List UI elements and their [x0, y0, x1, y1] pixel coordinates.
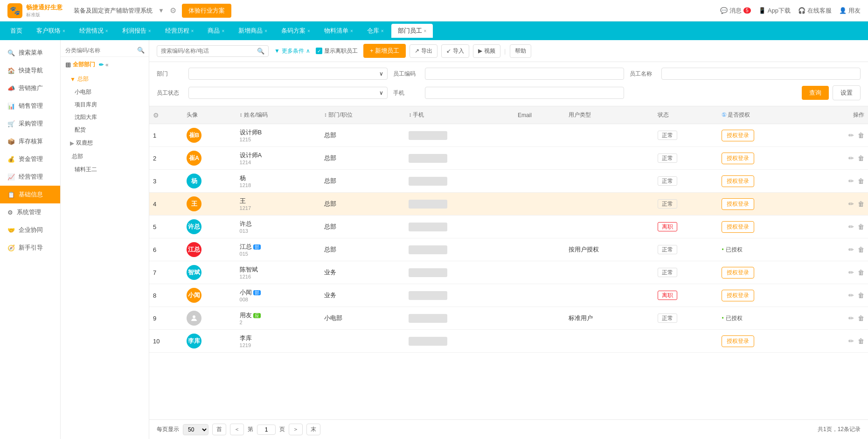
dept-tree-sub-fuzhi[interactable]: 辅料王二 — [61, 163, 149, 176]
emp-name-input[interactable] — [661, 68, 861, 80]
user-avatar[interactable]: 👤 用友 — [839, 7, 861, 15]
message-button[interactable]: 💬 消息 5 — [720, 7, 751, 15]
nav-tab-物料清单[interactable]: 物料清单 × — [318, 24, 360, 38]
app-download-button[interactable]: 📱 App下载 — [758, 7, 791, 15]
delete-icon[interactable]: 🗑 — [858, 337, 864, 345]
th-gear[interactable]: ⚙ — [149, 106, 183, 124]
auth-login-button[interactable]: 授权登录 — [722, 335, 754, 347]
collapse-icon[interactable]: « — [105, 62, 109, 68]
delete-icon[interactable]: 🗑 — [858, 223, 864, 230]
search-input[interactable] — [161, 48, 254, 54]
sidebar-item-purchase[interactable]: 🛒 采购管理 — [0, 115, 60, 132]
edit-icon[interactable]: ✏ — [848, 314, 854, 322]
sidebar-item-operations[interactable]: 📈 经营管理 — [0, 168, 60, 186]
delete-icon[interactable]: 🗑 — [858, 314, 864, 322]
nav-tab-商品[interactable]: 商品 × — [201, 24, 231, 38]
edit-icon[interactable]: ✏ — [848, 200, 854, 208]
page-size-select[interactable]: 50 20 100 — [183, 424, 208, 435]
delete-icon[interactable]: 🗑 — [858, 246, 864, 253]
next-page-button[interactable]: ＞ — [289, 424, 303, 435]
th-name[interactable]: ↕ 姓名/编码 — [236, 106, 320, 124]
dept-tree-item-shuanglu[interactable]: ▶ 双鹿想 — [61, 136, 149, 150]
edit-icon[interactable]: ✏ — [848, 269, 854, 276]
view-button[interactable]: ▶ 视频 — [473, 44, 500, 58]
close-tab-icon[interactable]: × — [222, 28, 224, 34]
search-icon-btn[interactable]: 🔍 — [257, 48, 264, 55]
dept-tree-item-zongbu2[interactable]: 总部 — [61, 150, 149, 163]
dept-all-header[interactable]: ⊞ 全部部门 ✏ « — [61, 57, 149, 72]
more-conditions-btn[interactable]: ▼ 更多条件 ∧ — [274, 47, 310, 55]
auth-login-button[interactable]: 授权登录 — [722, 198, 754, 210]
add-employee-button[interactable]: + 新增员工 — [363, 44, 406, 58]
close-tab-icon[interactable]: × — [381, 28, 384, 34]
delete-icon[interactable]: 🗑 — [858, 177, 864, 185]
edit-icon[interactable]: ✏ — [848, 337, 854, 345]
sidebar-item-inventory[interactable]: 📦 库存核算 — [0, 132, 60, 150]
delete-icon[interactable]: 🗑 — [858, 132, 864, 139]
first-page-button[interactable]: 首 — [212, 424, 226, 435]
nav-tab-条码方案[interactable]: 条码方案 × — [275, 24, 317, 38]
sidebar-item-marketing[interactable]: 📣 营销推广 — [0, 79, 60, 97]
dept-tree-sub-shenyang[interactable]: 沈阳大库 — [61, 111, 149, 124]
export-button[interactable]: ↗ 导出 — [410, 44, 437, 58]
nav-tab-利润报告[interactable]: 利润报告 × — [116, 24, 158, 38]
delete-icon[interactable]: 🗑 — [858, 200, 864, 208]
nav-tab-部门员工[interactable]: 部门员工 × — [391, 24, 433, 38]
close-tab-icon[interactable]: × — [191, 28, 194, 34]
status-select[interactable]: ∨ — [188, 87, 388, 99]
dept-tree-sub-xiaodian[interactable]: 小电部 — [61, 86, 149, 98]
edit-dept-icon[interactable]: ✏ — [99, 62, 104, 68]
nav-tab-经营情况[interactable]: 经营情况 × — [73, 24, 115, 38]
sidebar-item-cooperation[interactable]: 🤝 企业协同 — [0, 221, 60, 239]
edit-icon[interactable]: ✏ — [848, 246, 854, 253]
dept-tree-sub-project[interactable]: 项目库房 — [61, 98, 149, 111]
delete-icon[interactable]: 🗑 — [858, 292, 864, 299]
auth-login-button[interactable]: 授权登录 — [722, 175, 754, 187]
dept-search-input[interactable] — [65, 47, 135, 54]
online-service-button[interactable]: 🎧 在线客服 — [798, 7, 832, 15]
close-tab-icon[interactable]: × — [105, 28, 108, 34]
nav-tab-客户联络[interactable]: 客户联络 × — [30, 24, 72, 38]
th-phone[interactable]: ↕ 手机 — [405, 106, 514, 124]
show-resigned-toggle[interactable]: ✓ 显示离职员工 — [316, 47, 358, 55]
prev-page-button[interactable]: ＜ — [230, 424, 244, 435]
last-page-button[interactable]: 末 — [306, 424, 320, 435]
edit-icon[interactable]: ✏ — [848, 177, 854, 185]
nav-tab-首页[interactable]: 首页 — [4, 24, 29, 38]
sidebar-item-finance[interactable]: 💰 资金管理 — [0, 150, 60, 168]
auth-login-button[interactable]: 授权登录 — [722, 290, 754, 301]
close-tab-icon[interactable]: × — [62, 28, 65, 34]
dept-tree-item-zongbu[interactable]: ▼ 总部 — [61, 72, 149, 86]
delete-icon[interactable]: 🗑 — [858, 269, 864, 276]
edit-icon[interactable]: ✏ — [848, 223, 854, 230]
close-tab-icon[interactable]: × — [148, 28, 151, 34]
delete-icon[interactable]: 🗑 — [858, 154, 864, 162]
gear-icon[interactable]: ⚙ — [170, 6, 176, 15]
dept-search-icon[interactable]: 🔍 — [137, 47, 145, 54]
edit-icon[interactable]: ✏ — [848, 154, 854, 162]
phone-input[interactable] — [425, 87, 624, 99]
dept-tree-sub-peihuo[interactable]: 配货 — [61, 124, 149, 136]
sidebar-item-system[interactable]: ⚙ 系统管理 — [0, 203, 60, 221]
chevron-down-icon[interactable]: ▼ — [158, 7, 164, 14]
close-tab-icon[interactable]: × — [350, 28, 353, 34]
trial-button[interactable]: 体验行业方案 — [182, 4, 231, 18]
auth-login-button[interactable]: 授权登录 — [722, 130, 754, 141]
close-tab-icon[interactable]: × — [307, 28, 310, 34]
sidebar-item-sales[interactable]: 📊 销售管理 — [0, 97, 60, 115]
nav-tab-新增商品[interactable]: 新增商品 × — [232, 24, 274, 38]
sidebar-item-search[interactable]: 🔍 搜索菜单 — [0, 44, 60, 62]
sidebar-item-quick-nav[interactable]: 🏠 快捷导航 — [0, 62, 60, 79]
edit-icon[interactable]: ✏ — [848, 292, 854, 299]
close-tab-icon[interactable]: × — [424, 28, 427, 34]
dept-select[interactable]: ∨ — [188, 68, 388, 80]
reset-button[interactable]: 设置 — [833, 85, 861, 100]
nav-tab-经营历程[interactable]: 经营历程 × — [159, 24, 201, 38]
emp-code-input[interactable] — [425, 68, 624, 80]
sidebar-item-basic-info[interactable]: 📋 基础信息 — [0, 186, 60, 203]
auth-login-button[interactable]: 授权登录 — [722, 153, 754, 164]
sidebar-item-guide[interactable]: 🧭 新手引导 — [0, 239, 60, 257]
page-input[interactable] — [257, 425, 276, 435]
help-button[interactable]: 帮助 — [510, 44, 531, 58]
auth-login-button[interactable]: 授权登录 — [722, 267, 754, 279]
